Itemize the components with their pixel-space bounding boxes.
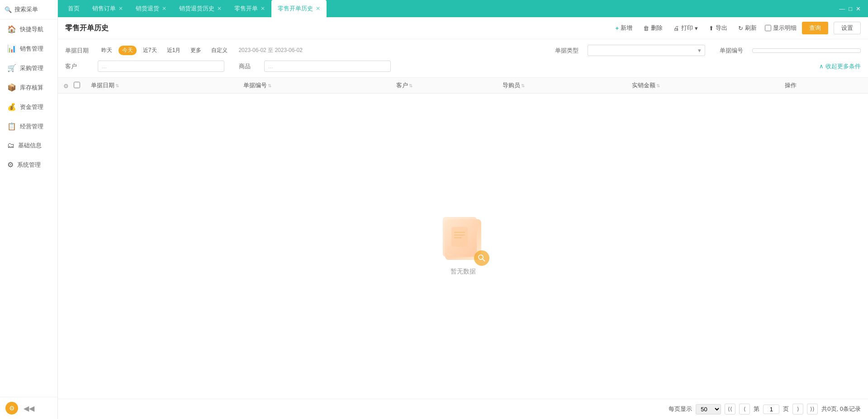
tab-close-sales-order[interactable]: ✕ [119,5,123,12]
print-dropdown-icon: ▾ [695,25,698,32]
settings-gear-icon[interactable]: ⚙ [5,402,18,414]
doc-no-input[interactable] [752,48,861,53]
print-label: 打印 [681,24,693,32]
date-btn-昨天[interactable]: 昨天 [98,46,116,55]
sidebar-item-finance[interactable]: 💰资金管理 [0,97,57,117]
sidebar-item-sys-mgmt[interactable]: ⚙系统管理 [0,155,57,174]
sidebar-icon-quick-nav: 🏠 [7,25,16,33]
customer-placeholder: ... [102,63,107,70]
tab-sales-order[interactable]: 销售订单✕ [86,0,129,17]
toolbar: + 新增 🗑 删除 🖨 打印 ▾ ⬆ 导出 ↻ 刷新 [612,22,861,34]
main-area: 首页销售订单✕销货退货✕销货退货历史✕零售开单✕零售开单历史✕ — □ ✕ 零售… [58,0,868,419]
col-header-date[interactable]: 单据日期⇅ [85,78,238,94]
tab-retail-open[interactable]: 零售开单✕ [228,0,271,17]
customer-filter-label: 客户 [65,62,90,71]
sidebar-label-operations: 经营管理 [20,122,43,131]
date-btn-近1月[interactable]: 近1月 [163,46,185,55]
page-text: 第 [754,405,759,413]
sidebar: 🔍 搜索采单 🏠快捷导航📊销售管理🛒采购管理📦库存核算💰资金管理📋经营管理🗂基础… [0,0,58,419]
delete-button[interactable]: 🗑 删除 [640,22,665,34]
export-button[interactable]: ⬆ 导出 [706,22,730,34]
col-label-amount: 实销金额 [632,82,655,89]
sidebar-search[interactable]: 🔍 搜索采单 [0,0,57,19]
sidebar-label-inventory: 库存核算 [20,84,43,92]
next-page-button[interactable]: ⟩ [792,404,803,414]
tab-home[interactable]: 首页 [62,0,86,17]
page-label: 页 [783,405,789,413]
query-button[interactable]: 查询 [802,22,828,34]
tab-label-sales-order: 销售订单 [92,5,116,13]
date-btn-更多[interactable]: 更多 [187,46,205,55]
table-container: ⚙ 单据日期⇅单据编号⇅客户⇅导购员⇅实销金额⇅操作 [58,78,868,399]
setting-button[interactable]: 设置 [834,22,861,34]
refresh-button[interactable]: ↻ 刷新 [735,22,759,34]
sidebar-label-purchase-mgmt: 采购管理 [20,64,43,72]
tab-close-sales-return[interactable]: ✕ [162,5,166,12]
svg-rect-0 [451,227,468,247]
sidebar-item-purchase-mgmt[interactable]: 🛒采购管理 [0,58,57,78]
add-button[interactable]: + 新增 [612,22,635,34]
display-detail-checkbox[interactable]: 显示明细 [765,24,797,32]
page-number-input[interactable]: 1 [763,405,779,414]
col-header-customer[interactable]: 客户⇅ [391,78,497,94]
doc-no-label: 单据编号 [720,47,745,55]
goods-filter-label: 商品 [239,62,257,71]
collapse-up-icon: ∧ [819,63,824,70]
sidebar-icon-finance: 💰 [7,103,16,111]
sidebar-collapse-button[interactable]: ◀◀ [24,404,34,413]
col-header-salesperson[interactable]: 导购员⇅ [497,78,626,94]
min-button[interactable]: — [839,5,845,12]
col-header-amount[interactable]: 实销金额⇅ [626,78,779,94]
tab-label-retail-open-history: 零售开单历史 [278,5,313,13]
sidebar-label-base-info: 基础信息 [18,141,42,150]
doc-type-select[interactable]: ▾ [588,45,705,56]
add-label: 新增 [621,24,632,32]
tab-close-sales-return-history[interactable]: ✕ [217,5,222,12]
page-total: 共0页, 0条记录 [821,405,861,413]
sidebar-item-operations[interactable]: 📋经营管理 [0,117,57,136]
select-all-checkbox[interactable] [74,82,80,88]
page-size-select[interactable]: 2050100200 [696,404,721,414]
sidebar-menu: 🏠快捷导航📊销售管理🛒采购管理📦库存核算💰资金管理📋经营管理🗂基础信息⚙系统管理 [0,19,57,397]
prev-page-button[interactable]: ⟨ [739,404,750,414]
last-page-button[interactable]: ⟩⟩ [807,404,818,414]
pagination: 每页显示 2050100200 ⟨⟨ ⟨ 第 1 页 ⟩ ⟩⟩ 共0页, 0条记… [58,399,868,419]
sidebar-label-sys-mgmt: 系统管理 [17,161,41,169]
sidebar-icon-sales-mgmt: 📊 [7,44,16,53]
add-icon: + [615,25,619,32]
customer-input[interactable]: ... [98,61,224,72]
date-btn-自定义[interactable]: 自定义 [208,46,231,55]
close-window-button[interactable]: ✕ [856,5,861,12]
first-page-button[interactable]: ⟨⟨ [725,404,735,414]
doc-type-dropdown-icon: ▾ [698,47,701,54]
sidebar-item-inventory[interactable]: 📦库存核算 [0,78,57,97]
tab-sales-return-history[interactable]: 销货退货历史✕ [173,0,228,17]
sort-icon-date: ⇅ [115,83,119,88]
data-table: ⚙ 单据日期⇅单据编号⇅客户⇅导购员⇅实销金额⇅操作 [58,78,868,94]
tab-retail-open-history[interactable]: 零售开单历史✕ [271,0,327,17]
date-filter-label: 单据日期 [65,47,90,55]
sidebar-icon-sys-mgmt: ⚙ [7,160,14,169]
sidebar-label-sales-mgmt: 销售管理 [20,45,43,53]
collapse-more-button[interactable]: ∧ 收起更多条件 [819,62,861,71]
tab-label-sales-return-history: 销货退货历史 [179,5,214,13]
col-header-no[interactable]: 单据编号⇅ [238,78,390,94]
delete-label: 删除 [651,24,663,32]
display-detail-input[interactable] [765,25,771,31]
print-button[interactable]: 🖨 打印 ▾ [671,22,701,34]
sidebar-item-quick-nav[interactable]: 🏠快捷导航 [0,19,57,39]
goods-input[interactable]: ... [264,61,391,72]
settings-column-icon[interactable]: ⚙ [63,83,69,89]
tab-close-retail-open[interactable]: ✕ [261,5,265,12]
tab-close-retail-open-history[interactable]: ✕ [316,5,320,12]
refresh-icon: ↻ [738,25,743,32]
per-page-label: 每页显示 [669,405,692,413]
date-btn-今天[interactable]: 今天 [119,46,137,55]
tab-sales-return[interactable]: 销货退货✕ [129,0,173,17]
tab-label-retail-open: 零售开单 [234,5,258,13]
sidebar-item-base-info[interactable]: 🗂基础信息 [0,136,57,155]
filter-row-1: 单据日期 昨天今天近7天近1月更多自定义 2023-06-02 至 2023-0… [65,45,861,56]
max-button[interactable]: □ [849,5,852,12]
date-btn-近7天[interactable]: 近7天 [139,46,161,55]
sidebar-item-sales-mgmt[interactable]: 📊销售管理 [0,39,57,58]
